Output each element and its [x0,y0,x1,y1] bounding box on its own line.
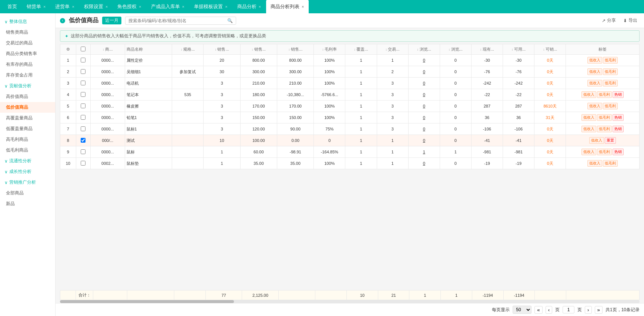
next-page-btn[interactable]: › [585,306,591,314]
th-coverage[interactable]: 覆盖... [345,44,377,55]
browse1-link[interactable]: 0 [423,92,425,97]
th-check[interactable] [76,44,91,55]
nav-goods-analysis-list[interactable]: 商品分析列表 × [266,0,308,13]
browse1-link[interactable]: 1 [423,150,425,154]
nav-permission[interactable]: 权限设置 × [80,0,112,13]
browse1-link[interactable]: 0 [423,81,425,85]
sidebar-item-high-margin[interactable]: 高毛利商品 [0,134,55,145]
sidebar-item-high-coverage[interactable]: 高覆盖量商品 [0,113,55,123]
nav-sales[interactable]: 销货单 × [22,0,50,13]
sidebar-group-growth[interactable]: ∨ 成长性分析 [0,166,55,177]
nav-template[interactable]: 单据模板设置 × [189,0,232,13]
row-checkbox[interactable] [81,103,85,108]
export-button[interactable]: ⬇ 导出 [621,16,640,25]
sidebar-item-traded-goods[interactable]: 交易过的商品 [0,38,55,48]
th-avail[interactable]: 可用... [503,44,534,55]
sidebar-item-low-coverage[interactable]: 低覆盖量商品 [0,123,55,134]
cell-check[interactable] [76,158,91,169]
sidebar-group-overall[interactable]: ∨ 整体信息 [0,16,55,27]
nav-goods-analysis[interactable]: 商品分析 × [233,0,265,13]
cell-check[interactable] [76,146,91,158]
browse1-link[interactable]: 0 [423,161,425,166]
cell-check[interactable] [76,101,91,112]
row-checkbox[interactable] [81,115,85,120]
th-stock[interactable]: 现有... [471,44,503,55]
prev-page-btn[interactable]: ‹ [546,306,552,314]
row-checkbox[interactable] [81,149,85,154]
nav-purchase[interactable]: 进货单 × [51,0,78,13]
cell-browse1[interactable]: 0 [408,123,440,135]
cell-browse1[interactable]: 0 [408,55,440,66]
collapse-sidebar-btn[interactable]: ‹ [60,18,65,23]
nav-home[interactable]: 首页 [3,0,21,13]
browse1-link[interactable]: 0 [423,115,425,120]
sidebar-item-high-value[interactable]: 高价值商品 [0,91,55,102]
page-input[interactable] [563,306,574,313]
th-code[interactable]: 商... [91,44,125,55]
th-sale1[interactable]: 销售... [204,44,240,55]
th-settings[interactable]: ⚙ [60,44,76,55]
cell-check[interactable] [76,55,91,66]
cell-browse1[interactable]: 0 [408,66,440,78]
row-checkbox[interactable] [81,138,85,143]
th-sale2[interactable]: 销售... [240,44,277,55]
sidebar-group-contribution[interactable]: ∨ 贡献值分析 [0,81,55,91]
browse1-link[interactable]: 0 [423,138,425,143]
first-page-btn[interactable]: « [534,306,542,314]
browse1-link[interactable]: 0 [423,58,425,62]
nav-product-stock[interactable]: 产成品入库单 × [147,0,189,13]
cell-check[interactable] [76,66,91,78]
cell-browse1[interactable]: 0 [408,101,440,112]
cell-check[interactable] [76,123,91,135]
nav-template-close[interactable]: × [225,4,227,9]
sidebar-item-new-goods[interactable]: 新品 [0,198,55,209]
sidebar-group-marketing[interactable]: ∨ 营销推广分析 [0,177,55,188]
cell-browse1[interactable]: 0 [408,112,440,123]
share-button[interactable]: ↗ 分享 [600,16,618,25]
row-checkbox[interactable] [81,161,85,166]
th-trade[interactable]: 交易... [377,44,408,55]
sidebar-group-circulation[interactable]: ∨ 流通性分析 [0,156,55,166]
search-input[interactable] [128,18,226,23]
browse1-link[interactable]: 0 [423,69,425,74]
sidebar-item-low-value[interactable]: 低价值商品 [0,102,55,113]
cell-check[interactable] [76,89,91,101]
row-checkbox[interactable] [81,92,85,97]
th-browse1[interactable]: 浏览... [408,44,440,55]
nav-permission-close[interactable]: × [105,4,108,9]
nav-sales-close[interactable]: × [43,4,46,9]
nav-goods-analysis-close[interactable]: × [259,4,261,9]
cell-check[interactable] [76,78,91,89]
cell-browse1[interactable]: 0 [408,135,440,146]
horizontal-scrollbar[interactable] [60,300,640,303]
check-all[interactable] [81,47,85,51]
nav-role-close[interactable]: × [139,4,141,9]
browse1-link[interactable]: 0 [423,127,425,131]
cell-check[interactable] [76,112,91,123]
sidebar-item-stock-goods[interactable]: 有库存的商品 [0,59,55,70]
scroll-thumb[interactable] [60,300,234,303]
cell-check[interactable] [76,135,91,146]
row-checkbox[interactable] [81,81,85,85]
th-sale3[interactable]: 销售... [277,44,313,55]
row-checkbox[interactable] [81,58,85,62]
th-margin-rate[interactable]: 毛利率 [314,44,345,55]
browse1-link[interactable]: 0 [423,104,425,108]
cell-browse1[interactable]: 0 [408,78,440,89]
sidebar-item-all-goods[interactable]: 全部商品 [0,188,55,198]
cell-browse1[interactable]: 0 [408,158,440,169]
sidebar-item-sales-goods[interactable]: 销售类商品 [0,27,55,38]
search-icon[interactable]: 🔍 [227,18,233,23]
nav-goods-analysis-list-close[interactable]: × [302,4,304,9]
per-page-select[interactable]: 50 100 200 [513,306,531,314]
nav-purchase-close[interactable]: × [72,4,74,9]
nav-role[interactable]: 角色授权 × [113,0,145,13]
sidebar-item-stock-capital[interactable]: 库存资金占用 [0,70,55,81]
th-name[interactable]: 商品名称 [125,44,172,55]
th-spec[interactable]: 规格... [172,44,204,55]
cell-browse1[interactable]: 0 [408,89,440,101]
cell-browse1[interactable]: 1 [408,146,440,158]
date-badge[interactable]: 近一月 [102,17,121,24]
last-page-btn[interactable]: » [595,306,603,314]
sidebar-item-low-margin[interactable]: 低毛利商品 [0,145,55,156]
